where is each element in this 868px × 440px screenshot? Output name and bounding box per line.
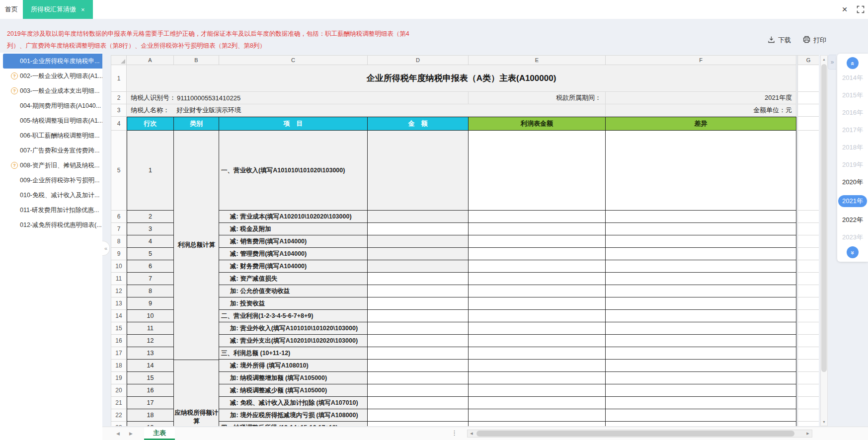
profit-amount-cell[interactable]: [469, 310, 606, 322]
diff-cell[interactable]: [606, 260, 796, 273]
v-scrollbar[interactable]: ▲ ▼: [820, 55, 828, 426]
scroll-left-icon[interactable]: ◀: [468, 430, 475, 437]
sidebar-item[interactable]: 006-职工薪酬纳税调整明细...: [0, 128, 102, 143]
empty-cell[interactable]: [797, 131, 819, 211]
scroll-right-icon[interactable]: ▶: [804, 430, 812, 437]
diff-cell[interactable]: [606, 372, 796, 384]
empty-cell[interactable]: [797, 223, 819, 235]
diff-cell[interactable]: [606, 384, 796, 397]
diff-cell[interactable]: [606, 297, 796, 310]
diff-cell[interactable]: [606, 409, 796, 422]
profit-amount-cell[interactable]: [469, 285, 606, 297]
sidebar-item[interactable]: 009-企业所得税弥补亏损明...: [0, 173, 102, 188]
profit-amount-cell[interactable]: [469, 235, 606, 248]
sidebar-item[interactable]: ?008-资产折旧、摊销及纳税...: [0, 158, 102, 173]
empty-cell[interactable]: [797, 409, 819, 422]
diff-cell[interactable]: [606, 273, 796, 285]
sidebar-item[interactable]: 012-减免所得税优惠明细表(...: [0, 218, 102, 232]
empty-cell[interactable]: [797, 211, 819, 223]
year-panel-collapse-icon[interactable]: »: [828, 55, 836, 70]
year-item[interactable]: 2018年: [842, 143, 863, 152]
year-item[interactable]: 2020年: [842, 178, 863, 187]
profit-amount-cell[interactable]: [469, 347, 606, 360]
amount-cell[interactable]: [368, 347, 469, 360]
diff-cell[interactable]: [606, 223, 796, 235]
column-letter[interactable]: E: [469, 56, 606, 65]
select-all-corner[interactable]: [111, 56, 127, 65]
amount-cell[interactable]: [368, 273, 469, 285]
year-item[interactable]: 2015年: [842, 91, 863, 100]
year-item[interactable]: 2022年: [842, 216, 863, 224]
sheet-tab-main[interactable]: 主表: [144, 427, 175, 440]
empty-cell[interactable]: [797, 397, 819, 409]
year-item[interactable]: 2017年: [842, 126, 863, 135]
empty-cell[interactable]: [797, 260, 819, 273]
diff-cell[interactable]: [606, 360, 796, 372]
diff-cell[interactable]: [606, 131, 796, 211]
empty-cell[interactable]: [797, 235, 819, 248]
h-scrollbar[interactable]: ◀ ▶: [467, 430, 812, 438]
empty-cell[interactable]: [797, 297, 819, 310]
sidebar-item[interactable]: 011-研发费用加计扣除优惠...: [0, 203, 102, 218]
column-letter[interactable]: D: [368, 56, 469, 65]
diff-cell[interactable]: [606, 422, 796, 426]
column-letter[interactable]: F: [606, 56, 796, 65]
diff-cell[interactable]: [606, 347, 796, 360]
empty-cell[interactable]: [797, 248, 819, 260]
scroll-down-icon[interactable]: ▼: [821, 418, 827, 426]
empty-cell[interactable]: [797, 310, 819, 322]
profit-amount-cell[interactable]: [469, 211, 606, 223]
empty-cell[interactable]: [797, 92, 819, 104]
diff-cell[interactable]: [606, 211, 796, 223]
profit-amount-cell[interactable]: [469, 248, 606, 260]
profit-amount-cell[interactable]: [469, 397, 606, 409]
amount-cell[interactable]: [368, 397, 469, 409]
column-letter[interactable]: B: [174, 56, 219, 65]
empty-cell[interactable]: [797, 273, 819, 285]
amount-cell[interactable]: [368, 248, 469, 260]
year-item[interactable]: 2023年: [842, 233, 863, 242]
amount-cell[interactable]: [368, 409, 469, 422]
amount-cell[interactable]: [368, 297, 469, 310]
sidebar-item[interactable]: ?003-一般企业成本支出明细...: [0, 83, 102, 98]
diff-cell[interactable]: [606, 335, 796, 347]
sidebar-item[interactable]: 005-纳税调整项目明细表(A1...: [0, 113, 102, 128]
diff-cell[interactable]: [606, 285, 796, 297]
empty-cell[interactable]: [797, 347, 819, 360]
h-scrollbar-thumb[interactable]: [476, 431, 794, 437]
diff-cell[interactable]: [606, 397, 796, 409]
empty-cell[interactable]: [797, 335, 819, 347]
sheet-prev-icon[interactable]: ◀: [116, 427, 120, 440]
amount-cell[interactable]: [368, 360, 469, 372]
profit-amount-cell[interactable]: [469, 360, 606, 372]
amount-cell[interactable]: [368, 372, 469, 384]
empty-cell[interactable]: [797, 372, 819, 384]
year-item[interactable]: 2014年: [842, 73, 863, 82]
diff-cell[interactable]: [606, 248, 796, 260]
profit-amount-cell[interactable]: [469, 409, 606, 422]
diff-cell[interactable]: [606, 310, 796, 322]
profit-amount-cell[interactable]: [469, 260, 606, 273]
tab-close-icon[interactable]: ×: [81, 6, 85, 13]
column-letter[interactable]: A: [127, 56, 174, 65]
scroll-up-icon[interactable]: ▲: [821, 56, 827, 63]
empty-cell[interactable]: [797, 65, 819, 92]
empty-cell[interactable]: [797, 360, 819, 372]
profit-amount-cell[interactable]: [469, 297, 606, 310]
tab-home[interactable]: 首页: [0, 0, 23, 19]
sheet-next-icon[interactable]: ▶: [129, 427, 133, 440]
profit-amount-cell[interactable]: [469, 322, 606, 335]
diff-cell[interactable]: [606, 235, 796, 248]
profit-amount-cell[interactable]: [469, 384, 606, 397]
sidebar-item[interactable]: 001-企业所得税年度纳税申...: [3, 54, 102, 69]
column-letter[interactable]: C: [219, 56, 368, 65]
amount-cell[interactable]: [368, 422, 469, 426]
profit-amount-cell[interactable]: [469, 131, 606, 211]
amount-cell[interactable]: [368, 235, 469, 248]
close-icon[interactable]: ×: [838, 0, 852, 19]
profit-amount-cell[interactable]: [469, 372, 606, 384]
download-button[interactable]: 下载: [768, 35, 791, 46]
diff-cell[interactable]: [606, 322, 796, 335]
amount-cell[interactable]: [368, 223, 469, 235]
print-button[interactable]: 打印: [803, 35, 826, 46]
